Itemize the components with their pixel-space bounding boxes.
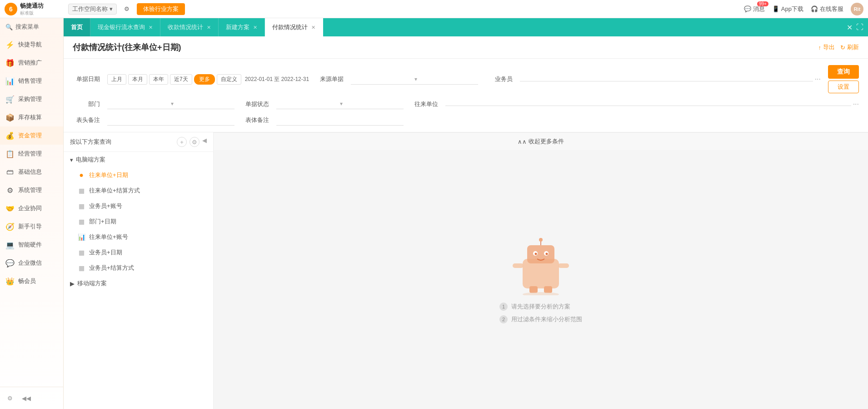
salesman-more-button[interactable]: ··· xyxy=(815,75,821,83)
tab-bank-label: 现金银行流水查询 xyxy=(98,23,145,31)
salesman-select[interactable] xyxy=(520,77,813,81)
table-body-note-label: 表体备注 xyxy=(242,116,269,124)
tab-new-plan-close-icon[interactable]: ✕ xyxy=(253,25,257,30)
source-label: 来源单据 xyxy=(316,75,344,83)
date-label: 单据日期 xyxy=(73,75,100,83)
salesman-label: 业务员 xyxy=(485,75,513,83)
tab-new-plan[interactable]: 新建方案 ✕ xyxy=(219,18,265,36)
avatar[interactable]: Rit xyxy=(851,3,863,15)
hint-text-1: 请先选择要分析的方案 xyxy=(511,303,570,311)
tabs-bar: 首页 现金银行流水查询 ✕ 收款情况统计 ✕ 新建方案 ✕ 付款情况统计 ✕ ✕… xyxy=(64,18,868,36)
hint-text-2: 用过滤条件来缩小分析范围 xyxy=(511,315,582,323)
workspace-selector[interactable]: 工作空间名称 ▾ xyxy=(68,4,117,15)
tab-home[interactable]: 首页 xyxy=(64,18,90,36)
collapse-conditions-button[interactable]: ∧∧ 收起更多条件 xyxy=(214,132,868,150)
source-arrow-icon: ▾ xyxy=(414,76,478,82)
system-icon: ⚙ xyxy=(5,186,15,195)
add-scheme-button[interactable]: + xyxy=(177,137,187,147)
scheme-settings-button[interactable]: ⚙ xyxy=(190,137,200,147)
online-service-label: 在线客服 xyxy=(820,5,843,13)
sidebar-item-guide[interactable]: 🧭 新手引导 xyxy=(0,217,63,236)
tabs-right-actions: ✕ ⛶ xyxy=(842,18,868,36)
this-month-btn[interactable]: 本月 xyxy=(128,74,147,85)
logo-icon: 6 xyxy=(5,3,17,15)
scheme-item-partner-settlement[interactable]: ▦ 往来单位+结算方式 xyxy=(64,183,213,198)
dept-label: 部门 xyxy=(73,100,100,108)
sidebar-label-basic: 基础信息 xyxy=(18,168,42,176)
scheme-icon-partner-account: 📊 xyxy=(77,233,85,241)
partner-more-button[interactable]: ··· xyxy=(853,100,859,108)
this-year-btn[interactable]: 本年 xyxy=(149,74,168,85)
filter-row-2: 部门 ▾ 单据状态 ▾ 往来单位 ··· xyxy=(73,99,859,109)
partner-select[interactable] xyxy=(445,102,851,106)
tabs-expand-button[interactable]: ⛶ xyxy=(856,23,863,31)
source-select[interactable]: ▾ xyxy=(351,74,478,85)
filter-section: 单据日期 上月 本月 本年 近7天 更多 自定义 2022-01-01 至 20… xyxy=(64,59,868,132)
online-service-button[interactable]: 🎧 在线客服 xyxy=(811,5,843,13)
scheme-item-dept-date[interactable]: ▦ 部门+日期 xyxy=(64,214,213,229)
sidebar-label-guide: 新手引导 xyxy=(18,222,42,231)
sidebar-item-vip[interactable]: 👑 畅会员 xyxy=(0,272,63,290)
sidebar-item-wechat[interactable]: 💬 企业微信 xyxy=(0,254,63,272)
refresh-button[interactable]: ↻ 刷新 xyxy=(840,43,859,51)
svg-point-11 xyxy=(539,238,543,242)
scheme-label-partner-date: 往来单位+日期 xyxy=(89,171,128,179)
sidebar-item-marketing[interactable]: 🎁 营销推广 xyxy=(0,54,63,72)
search-menu-button[interactable]: 🔍 搜索菜单 xyxy=(0,18,63,35)
sidebar-item-purchase[interactable]: 🛒 采购管理 xyxy=(0,90,63,108)
last-7days-btn[interactable]: 近7天 xyxy=(170,74,192,85)
sidebar-item-sales[interactable]: 📊 销售管理 xyxy=(0,72,63,90)
voucher-status-select[interactable]: ▾ xyxy=(276,99,404,109)
message-badge: 99+ xyxy=(757,1,768,6)
empty-svg xyxy=(504,236,577,295)
sidebar-settings-button[interactable]: ⚙ xyxy=(4,392,16,404)
desktop-schemes-header[interactable]: ▾ 电脑端方案 xyxy=(64,152,213,167)
app-name: 畅捷通坊 xyxy=(20,2,44,10)
tab-payment[interactable]: 付款情况统计 ✕ xyxy=(265,18,323,36)
empty-hints: 1 请先选择要分析的方案 2 用过滤条件来缩小分析范围 xyxy=(499,303,582,323)
last-month-btn[interactable]: 上月 xyxy=(107,74,126,85)
tab-collection[interactable]: 收款情况统计 ✕ xyxy=(160,18,219,36)
scheme-label-salesman-date: 业务员+日期 xyxy=(89,248,122,257)
export-button[interactable]: ↑ 导出 xyxy=(818,43,835,51)
table-body-note-input[interactable] xyxy=(276,115,404,126)
tab-collection-close-icon[interactable]: ✕ xyxy=(207,25,211,30)
message-button[interactable]: 💬 消息 99+ xyxy=(744,5,765,13)
mobile-schemes-header[interactable]: ▶ 移动端方案 xyxy=(64,276,213,291)
sidebar-item-quick-nav[interactable]: ⚡ 快捷导航 xyxy=(0,35,63,54)
more-dates-btn[interactable]: 更多 xyxy=(194,74,215,85)
setup-button[interactable]: 设置 xyxy=(828,81,859,93)
tabs-close-all-button[interactable]: ✕ xyxy=(847,23,853,32)
sidebar-item-operation[interactable]: 📋 经营管理 xyxy=(0,145,63,163)
scheme-item-salesman-account[interactable]: ▦ 业务员+账号 xyxy=(64,198,213,214)
tab-payment-close-icon[interactable]: ✕ xyxy=(311,25,315,30)
dept-arrow-icon: ▾ xyxy=(171,101,234,107)
sidebar-label-marketing: 营销推广 xyxy=(18,59,42,67)
dept-select[interactable]: ▾ xyxy=(107,99,234,109)
sidebar-item-basic[interactable]: 🗃 基础信息 xyxy=(0,163,63,181)
sidebar-item-inventory[interactable]: 📦 库存核算 xyxy=(0,108,63,126)
desktop-schemes-group: ▾ 电脑端方案 ● 往来单位+日期 ▦ 往来单位+结算方式 ▦ xyxy=(64,152,213,276)
scheme-item-salesman-date[interactable]: ▦ 业务员+日期 xyxy=(64,245,213,260)
svg-rect-9 xyxy=(544,286,552,293)
sidebar-item-system[interactable]: ⚙ 系统管理 xyxy=(0,181,63,199)
sidebar-collapse-button[interactable]: ◀◀ xyxy=(20,392,33,404)
marketing-icon: 🎁 xyxy=(5,58,15,67)
scheme-item-salesman-settlement[interactable]: ▦ 业务员+结算方式 xyxy=(64,260,213,276)
tab-bank[interactable]: 现金银行流水查询 ✕ xyxy=(90,18,160,36)
guide-icon: 🧭 xyxy=(5,222,15,231)
svg-rect-6 xyxy=(513,263,524,268)
table-header-note-input[interactable] xyxy=(107,115,234,126)
scheme-item-partner-account[interactable]: 📊 往来单位+账号 xyxy=(64,229,213,245)
trial-button[interactable]: 体验行业方案 xyxy=(137,3,185,15)
sidebar-item-corp[interactable]: 🤝 企业协同 xyxy=(0,199,63,217)
sidebar-item-finance[interactable]: 💰 资金管理 xyxy=(0,126,63,145)
settings-button[interactable]: ⚙ xyxy=(120,3,133,15)
tab-bank-close-icon[interactable]: ✕ xyxy=(149,25,153,30)
query-button[interactable]: 查询 xyxy=(828,65,859,79)
custom-date-btn[interactable]: 自定义 xyxy=(217,74,241,85)
sidebar-item-hardware[interactable]: 💻 智能硬件 xyxy=(0,236,63,254)
scheme-item-partner-date[interactable]: ● 往来单位+日期 xyxy=(64,167,213,183)
panel-collapse-button[interactable]: ◀ xyxy=(202,137,207,147)
app-download-button[interactable]: 📱 App下载 xyxy=(772,5,803,13)
